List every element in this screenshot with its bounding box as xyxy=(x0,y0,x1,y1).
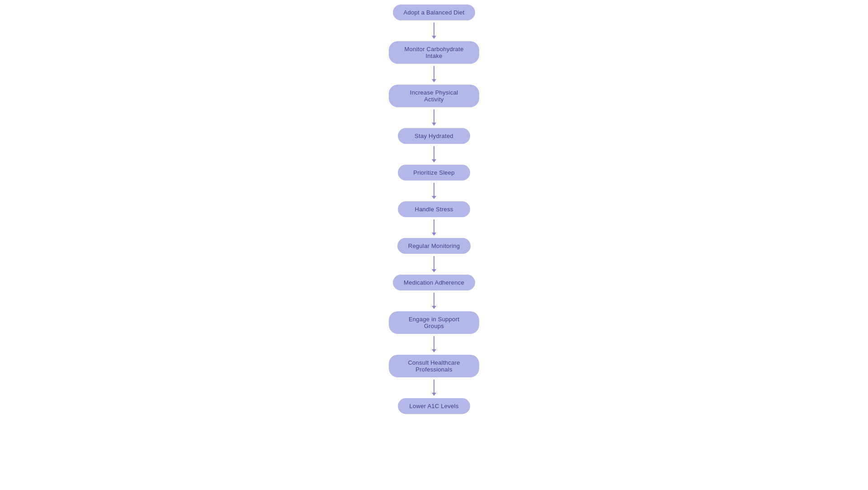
flow-arrow-0 xyxy=(432,20,436,41)
flow-node-lower-a1c-levels[interactable]: Lower A1C Levels xyxy=(398,398,470,414)
flow-arrow-2 xyxy=(432,107,436,128)
flow-node-handle-stress[interactable]: Handle Stress xyxy=(398,201,470,217)
flow-node-engage-support-groups[interactable]: Engage in Support Groups xyxy=(389,311,479,334)
flow-arrow-3 xyxy=(432,144,436,165)
flow-arrow-7 xyxy=(432,290,436,311)
flow-node-increase-physical-activity[interactable]: Increase Physical Activity xyxy=(389,85,479,107)
flow-node-prioritize-sleep[interactable]: Prioritize Sleep xyxy=(398,165,470,181)
flow-arrow-8 xyxy=(432,334,436,355)
flow-node-medication-adherence[interactable]: Medication Adherence xyxy=(393,275,475,290)
flow-node-monitor-carbohydrate-intake[interactable]: Monitor Carbohydrate Intake xyxy=(389,41,479,64)
flow-node-adopt-balanced-diet[interactable]: Adopt a Balanced Diet xyxy=(393,5,476,20)
flow-arrow-4 xyxy=(432,181,436,201)
flow-node-consult-healthcare-professionals[interactable]: Consult Healthcare Professionals xyxy=(389,355,479,377)
flow-arrow-9 xyxy=(432,377,436,398)
flow-node-stay-hydrated[interactable]: Stay Hydrated xyxy=(398,128,470,144)
flow-arrow-6 xyxy=(432,254,436,275)
flow-arrow-1 xyxy=(432,64,436,85)
flowchart: Adopt a Balanced DietMonitor Carbohydrat… xyxy=(0,0,868,414)
flow-node-regular-monitoring[interactable]: Regular Monitoring xyxy=(397,238,471,254)
flow-arrow-5 xyxy=(432,217,436,238)
